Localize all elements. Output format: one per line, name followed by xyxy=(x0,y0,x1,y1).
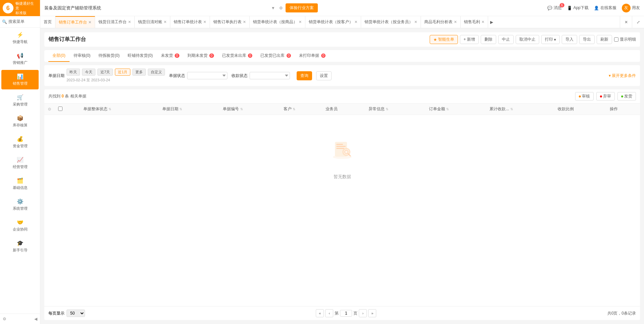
app-download-item[interactable]: 📱 App下载 xyxy=(567,5,589,11)
col-operations: 操作 xyxy=(606,104,640,115)
delete-button[interactable]: 删除 xyxy=(481,35,496,44)
tab-close-all-button[interactable]: ✕ xyxy=(620,16,632,28)
subtab-not-printed[interactable]: 未打印单据 0 xyxy=(295,50,330,62)
operations-icon: 📈 xyxy=(17,157,24,163)
custom-btn[interactable]: 自定义 xyxy=(148,69,165,76)
tab-close-icon[interactable]: ✕ xyxy=(299,20,302,24)
tab-goods-stats-customer[interactable]: 销货单统计表（按客户） ✕ xyxy=(305,16,361,28)
page-size-select[interactable]: 10 20 50 100 xyxy=(67,310,85,317)
svg-rect-2 xyxy=(336,144,343,145)
subtab-shipped-not-out[interactable]: 已发货未出库 0 xyxy=(218,50,257,62)
subtab-all[interactable]: 全部(0) xyxy=(48,50,70,62)
sidebar-item-system[interactable]: ⚙️ 系统管理 xyxy=(1,195,39,214)
reject-button[interactable]: 弃审 xyxy=(596,92,615,100)
tab-daily-clear[interactable]: 钱货日清工作台 ✕ xyxy=(95,16,135,28)
import-button[interactable]: 导入 xyxy=(562,35,577,44)
sidebar-item-finance[interactable]: 💰 资金管理 xyxy=(1,132,39,152)
sidebar-item-operations[interactable]: 📈 经营管理 xyxy=(1,153,39,173)
tab-gross-profit[interactable]: 商品毛利分析表 ✕ xyxy=(421,16,461,28)
export-button[interactable]: 导出 xyxy=(579,35,595,44)
status-select[interactable] xyxy=(187,72,227,79)
subtab-overdue-ship[interactable]: 到期未发货 0 xyxy=(183,50,218,62)
refresh-button[interactable]: 刷新 xyxy=(597,35,612,44)
sidebar-item-inventory[interactable]: 📦 库存核算 xyxy=(1,112,39,131)
sidebar-item-sales[interactable]: 📊 销售管理 xyxy=(1,70,39,89)
solution-button[interactable]: 体验行业方案 xyxy=(286,3,318,12)
page-header: 销售订单工作台 ★ 智能生单 + 新增 删除 中止 取消中止 打印 ▾ 导入 导… xyxy=(44,32,640,47)
tab-sales-workbench[interactable]: 销售订单工作台 ✕ xyxy=(55,16,95,28)
tab-goods-stats-salesperson[interactable]: 销货单统计表（按业务员） ✕ xyxy=(361,16,421,28)
first-page-button[interactable]: « xyxy=(316,309,324,317)
tab-more-button[interactable]: ▶ xyxy=(488,16,495,28)
sidebar-item-quick-nav[interactable]: ⚡ 快捷导航 xyxy=(1,28,39,48)
quick-nav-icon: ⚡ xyxy=(17,32,24,38)
more-btn[interactable]: 更多 xyxy=(132,69,146,76)
next-page-button[interactable]: › xyxy=(359,309,367,317)
message-badge: 6 xyxy=(560,3,564,7)
tab-expand-button[interactable]: ⤢ xyxy=(632,16,644,28)
expand-filter-button[interactable]: ▾ 展开更多条件 xyxy=(609,73,636,79)
sidebar-item-marketing[interactable]: 📢 营销推广 xyxy=(1,49,39,69)
tab-close-icon[interactable]: ✕ xyxy=(243,20,246,24)
last-page-button[interactable]: » xyxy=(368,309,376,317)
tab-close-icon[interactable]: ✕ xyxy=(128,20,131,24)
tab-close-icon[interactable]: ✕ xyxy=(454,20,457,24)
col-checkbox xyxy=(55,104,80,115)
tab-order-exec[interactable]: 销售订单执行表 ✕ xyxy=(210,16,250,28)
subtab-pending-inspect[interactable]: 待拣验货(0) xyxy=(94,50,124,62)
today-btn[interactable]: 今天 xyxy=(82,69,95,76)
payment-select[interactable] xyxy=(250,72,290,79)
last-month-btn[interactable]: 近1月 xyxy=(115,69,130,76)
sidebar-item-purchase[interactable]: 🛒 采购管理 xyxy=(1,91,39,110)
subtab-pending-audit[interactable]: 待审核(0) xyxy=(70,50,95,62)
stop-button[interactable]: 中止 xyxy=(498,35,514,44)
cancel-stop-button[interactable]: 取消中止 xyxy=(516,35,539,44)
settings-icon[interactable]: ⚙ xyxy=(3,317,6,321)
tab-close-icon[interactable]: ✕ xyxy=(481,20,484,24)
col-exception: 异常信息 ⇅ xyxy=(365,104,426,115)
tab-close-icon[interactable]: ✕ xyxy=(88,20,91,25)
sidebar-item-guide[interactable]: 🎓 新手引导 xyxy=(1,237,39,256)
sort-icon: ⇅ xyxy=(386,107,388,111)
tab-sales-profit[interactable]: 销售毛利 ✕ xyxy=(461,16,488,28)
last7-btn[interactable]: 近7天 xyxy=(97,69,113,76)
yesterday-btn[interactable]: 昨天 xyxy=(67,69,80,76)
tab-reconcile[interactable]: 钱货日清对账 ✕ xyxy=(135,16,170,28)
ship-button[interactable]: 发货 xyxy=(617,92,636,100)
marketing-icon: 📢 xyxy=(17,52,24,59)
tab-close-icon[interactable]: ✕ xyxy=(164,20,167,24)
query-button[interactable]: 查询 xyxy=(297,71,312,80)
audit-button[interactable]: 审核 xyxy=(575,92,594,100)
show-detail-checkbox[interactable] xyxy=(614,37,618,42)
print-button[interactable]: 打印 ▾ xyxy=(541,35,560,44)
col-settings[interactable]: ⚙ xyxy=(44,104,55,115)
subtab-shipped-out[interactable]: 已发货已出库 0 xyxy=(256,50,295,62)
show-detail-checkbox-label[interactable]: 显示明细 xyxy=(614,37,636,42)
filter-settings-button[interactable]: 设置 xyxy=(316,71,332,80)
col-status: 单据整体状态 ⇅ xyxy=(80,104,159,115)
add-button[interactable]: + 新增 xyxy=(460,35,479,44)
tab-close-icon[interactable]: ✕ xyxy=(354,20,357,24)
subtab-not-shipped[interactable]: 未发货 0 xyxy=(157,50,183,62)
select-all-checkbox[interactable] xyxy=(58,107,62,111)
sidebar-item-enterprise[interactable]: 🤝 企业协同 xyxy=(1,216,39,235)
tab-close-icon[interactable]: ✕ xyxy=(414,20,417,24)
sidebar-item-basic[interactable]: 🗂️ 基础信息 xyxy=(1,174,39,194)
online-service-item[interactable]: 👤 在线客服 xyxy=(594,5,616,11)
col-salesperson: 业务员 xyxy=(322,104,365,115)
tab-goods-stats-product[interactable]: 销货单统计表（按商品） ✕ xyxy=(250,16,305,28)
sidebar-search[interactable]: 🔍 搜索菜单 xyxy=(0,16,40,28)
table-toolbar: 共找到 0 条 相关单据 审核 弃审 发货 xyxy=(44,89,640,104)
tab-close-icon[interactable]: ✕ xyxy=(203,20,206,24)
tab-order-stats[interactable]: 销售订单统计表 ✕ xyxy=(170,16,210,28)
message-item[interactable]: 💬 消息 6 xyxy=(547,5,562,11)
gear-icon[interactable]: ⚙ xyxy=(279,6,283,10)
smart-gen-button[interactable]: ★ 智能生单 xyxy=(430,35,458,44)
subtab-wangpu-ship[interactable]: 旺铺待发货(0) xyxy=(124,50,157,62)
user-item[interactable]: 友 用友 xyxy=(622,4,640,12)
dropdown-icon[interactable]: ▼ xyxy=(271,6,275,10)
collapse-icon[interactable]: ◀ xyxy=(34,317,37,321)
page-number-input[interactable] xyxy=(340,310,352,317)
prev-page-button[interactable]: ‹ xyxy=(325,309,333,317)
tab-home[interactable]: 首页 xyxy=(40,16,55,28)
